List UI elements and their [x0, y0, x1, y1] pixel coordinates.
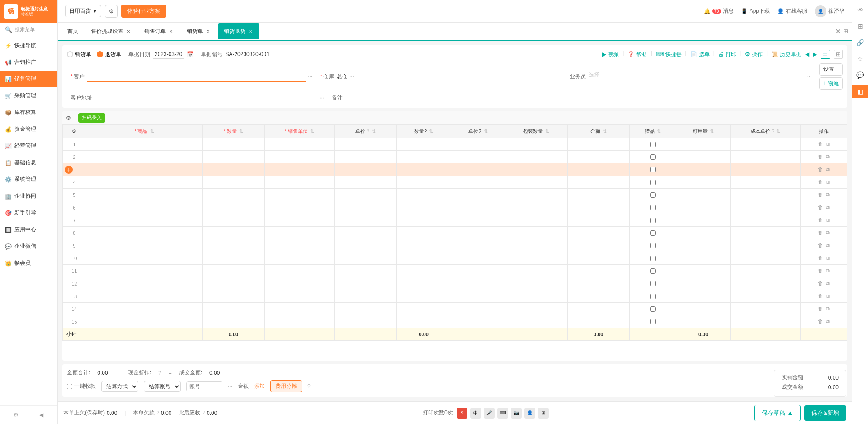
- gift-checkbox[interactable]: [650, 218, 656, 223]
- sort-icon-price[interactable]: ⇅: [372, 129, 376, 134]
- app-download-btn[interactable]: 📱 App下载: [741, 7, 770, 15]
- delete-row-icon[interactable]: 🗑: [818, 306, 823, 311]
- account-dots[interactable]: ···: [228, 383, 232, 390]
- right-panel-link-icon[interactable]: 🔗: [854, 36, 867, 49]
- cell-unit2[interactable]: [451, 315, 505, 328]
- cell-amount[interactable]: [567, 277, 629, 290]
- cell-price[interactable]: [335, 303, 396, 315]
- cell-price[interactable]: [335, 189, 396, 201]
- copy-row-icon[interactable]: ⧉: [826, 192, 830, 197]
- sort-icon-product[interactable]: ⇅: [150, 129, 154, 134]
- icon-mic[interactable]: 🎤: [484, 408, 495, 419]
- action-select[interactable]: 📄 选单: [690, 50, 710, 59]
- tabbar-expand-icon[interactable]: ⊞: [844, 28, 848, 34]
- cell-unit[interactable]: [264, 265, 335, 277]
- sort-icon-unit2[interactable]: ⇅: [484, 129, 488, 134]
- cell-qty[interactable]: [203, 277, 264, 290]
- payment-method-select[interactable]: 结算方式: [101, 381, 138, 392]
- cell-amount[interactable]: [567, 290, 629, 303]
- table-settings-icon[interactable]: ⚙: [66, 115, 71, 121]
- cell-qty2[interactable]: [396, 252, 451, 265]
- cell-unit2[interactable]: [451, 303, 505, 315]
- action-operate[interactable]: ⚙ 操作: [745, 50, 763, 59]
- cell-qty2[interactable]: [396, 265, 451, 277]
- cell-product[interactable]: [86, 227, 203, 239]
- copy-row-icon[interactable]: ⧉: [826, 230, 830, 235]
- action-video[interactable]: ▶ 视频: [602, 50, 619, 59]
- cell-pack-qty[interactable]: [505, 239, 567, 252]
- cell-pack-qty[interactable]: [505, 315, 567, 328]
- btn-set[interactable]: 设置: [819, 63, 843, 76]
- delete-row-icon[interactable]: 🗑: [818, 319, 823, 324]
- delete-row-icon[interactable]: 🗑: [818, 205, 823, 210]
- sort-icon-qty2[interactable]: ⇅: [429, 129, 433, 134]
- cell-amount[interactable]: [567, 239, 629, 252]
- gift-checkbox[interactable]: [650, 167, 656, 172]
- copy-row-icon[interactable]: ⧉: [826, 255, 830, 261]
- cell-pack-qty[interactable]: [505, 227, 567, 239]
- cell-qty2[interactable]: [396, 214, 451, 227]
- cell-pack-qty[interactable]: [505, 252, 567, 265]
- delete-row-icon[interactable]: 🗑: [818, 243, 823, 248]
- cell-unit[interactable]: [264, 290, 335, 303]
- cell-price[interactable]: [335, 201, 396, 214]
- action-help[interactable]: ❓ 帮助: [627, 50, 647, 59]
- cell-price[interactable]: [335, 265, 396, 277]
- sidebar-item-purchase[interactable]: 🛒 采购管理: [0, 87, 57, 104]
- right-panel-copy-icon[interactable]: ⊞: [854, 20, 867, 33]
- sidebar-item-search[interactable]: 🔍 搜索菜单: [0, 23, 57, 37]
- tab-sales-order[interactable]: 销售订单 ✕: [138, 23, 180, 39]
- cell-qty[interactable]: [203, 227, 264, 239]
- note-input[interactable]: [345, 92, 839, 103]
- copy-row-icon[interactable]: ⧉: [826, 306, 830, 311]
- one-click-payment-checkbox[interactable]: [67, 384, 72, 389]
- cell-unit[interactable]: [264, 303, 335, 315]
- daily-select[interactable]: 日用百货 ▼: [65, 5, 101, 17]
- cell-pack-qty[interactable]: [505, 151, 567, 163]
- cell-product[interactable]: [86, 201, 203, 214]
- copy-row-icon[interactable]: ⧉: [826, 268, 830, 273]
- cell-qty2[interactable]: [396, 290, 451, 303]
- sort-icon-amount[interactable]: ⇅: [603, 129, 607, 134]
- tab-home[interactable]: 首页: [61, 23, 84, 39]
- cell-product[interactable]: [86, 315, 203, 328]
- user-menu[interactable]: 👤 徐泽华: [815, 5, 844, 17]
- gift-checkbox[interactable]: [650, 243, 656, 248]
- copy-row-icon[interactable]: ⧉: [826, 293, 830, 299]
- cell-pack-qty[interactable]: [505, 176, 567, 189]
- delete-row-icon[interactable]: 🗑: [818, 192, 823, 197]
- cell-unit[interactable]: [264, 151, 335, 163]
- delete-row-icon[interactable]: 🗑: [818, 217, 823, 223]
- action-grid-view[interactable]: ⊞: [834, 50, 843, 59]
- address-input[interactable]: [95, 92, 320, 103]
- cell-amount[interactable]: [567, 303, 629, 315]
- cell-price[interactable]: [335, 252, 396, 265]
- cell-amount[interactable]: [567, 315, 629, 328]
- cell-amount[interactable]: [567, 201, 629, 214]
- delete-row-icon[interactable]: 🗑: [818, 255, 823, 261]
- copy-row-icon[interactable]: ⧉: [826, 281, 830, 286]
- cell-unit2[interactable]: [451, 201, 505, 214]
- icon-camera[interactable]: 📷: [511, 408, 522, 419]
- sidebar-item-marketing[interactable]: 📢 营销推广: [0, 54, 57, 71]
- cell-product[interactable]: [86, 239, 203, 252]
- cell-qty2[interactable]: [396, 315, 451, 328]
- btn-save-new[interactable]: 保存&新增: [804, 405, 846, 421]
- cell-qty2[interactable]: [396, 227, 451, 239]
- cell-unit[interactable]: [264, 239, 335, 252]
- action-prev[interactable]: ◀: [805, 50, 809, 59]
- cell-pack-qty[interactable]: [505, 277, 567, 290]
- sidebar-item-guide[interactable]: 🎯 新手引导: [0, 205, 57, 221]
- copy-row-icon[interactable]: ⧉: [826, 167, 830, 172]
- cell-product[interactable]: [86, 303, 203, 315]
- cell-price[interactable]: [335, 163, 396, 176]
- sidebar-settings-icon[interactable]: ⚙: [11, 410, 22, 420]
- cell-product[interactable]: [86, 189, 203, 201]
- delete-row-icon[interactable]: 🗑: [818, 141, 823, 147]
- cell-product[interactable]: [86, 290, 203, 303]
- cell-product[interactable]: [86, 138, 203, 151]
- sidebar-item-quick-nav[interactable]: ⚡ 快捷导航: [0, 37, 57, 54]
- cell-product[interactable]: [86, 252, 203, 265]
- cell-pack-qty[interactable]: [505, 189, 567, 201]
- cell-qty[interactable]: [203, 252, 264, 265]
